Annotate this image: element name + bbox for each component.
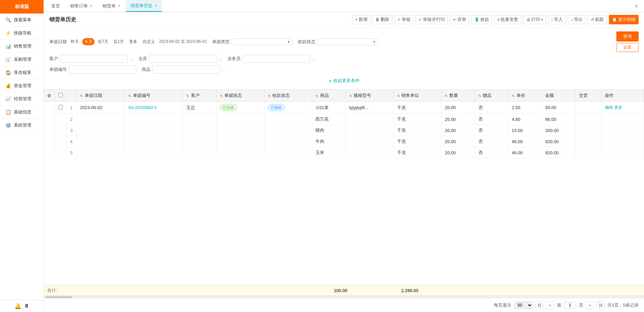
delete-button[interactable]: 🗑 删除: [372, 15, 392, 24]
next-page-button[interactable]: ›: [586, 301, 594, 309]
doc-status-cell: [216, 147, 264, 158]
doc-number-cell[interactable]: [125, 114, 183, 125]
tab-sales-delivery[interactable]: 销货单 ✕: [98, 0, 125, 12]
new-button[interactable]: + 新增: [352, 15, 370, 24]
pause-icon[interactable]: ⏸: [24, 303, 29, 309]
batch-change-button[interactable]: ≡ 批量变更: [494, 15, 521, 24]
customer-column-header[interactable]: ⇅ 客户: [183, 90, 216, 102]
action-column-header: 操作: [601, 90, 644, 102]
close-all-tabs-button[interactable]: ✕: [632, 3, 641, 9]
scroll-thumb[interactable]: [45, 296, 72, 298]
date-btn-custom[interactable]: 自定义: [141, 38, 157, 45]
sidebar-item-sys-mgmt[interactable]: ⚙️ 系统管理: [0, 119, 44, 132]
sidebar-item-operations[interactable]: 📈 经营管理: [0, 93, 44, 106]
goods-cell: 西兰花: [312, 114, 345, 125]
sidebar-item-search-menu[interactable]: 🔍 搜索菜单: [0, 14, 44, 27]
customer-ellipsis[interactable]: ...: [130, 56, 133, 61]
salesperson-ellipsis[interactable]: ...: [312, 56, 315, 61]
collapse-button[interactable]: ∧ 收起更多条件: [49, 76, 639, 85]
filter-row-1: 单据日期 昨天 今天 近7天 近1月 更多 自定义 2023-06-02 至 2…: [49, 31, 639, 52]
sidebar-item-inventory[interactable]: 🏠 库存核算: [0, 66, 44, 79]
tab-sales-history-close[interactable]: ✕: [155, 4, 157, 7]
date-btn-7days[interactable]: 近7天: [96, 38, 110, 45]
goods-input[interactable]: [152, 66, 220, 74]
abandon-button[interactable]: ↩ 弃审: [450, 15, 469, 24]
tab-home[interactable]: 首页: [47, 0, 65, 12]
checkbox-cell[interactable]: [55, 125, 66, 136]
page-number-input[interactable]: [564, 302, 576, 309]
sidebar-item-quick-nav[interactable]: ⚡ 快捷导航: [0, 27, 44, 40]
show-details-button[interactable]: 📋 显示明细: [609, 15, 639, 24]
tab-sales-order-close[interactable]: ✕: [90, 4, 92, 8]
sidebar-item-sales-mgmt[interactable]: 📊 销售管理: [0, 40, 44, 53]
print-button[interactable]: 🖨 打印 ▾: [523, 15, 546, 24]
gift-column-header[interactable]: ⇅ 赠品: [475, 90, 508, 102]
collect-button[interactable]: 💲 收款: [471, 15, 492, 24]
payment-status-select[interactable]: ▾: [317, 38, 378, 45]
filter-area: 单据日期 昨天 今天 近7天 近1月 更多 自定义 2023-06-02 至 2…: [44, 27, 644, 89]
doc-number-input[interactable]: [69, 66, 136, 74]
row-checkbox[interactable]: [58, 105, 63, 109]
notification-icon[interactable]: 🔔: [15, 303, 21, 309]
checkbox-cell[interactable]: [55, 147, 66, 158]
tab-sales-order[interactable]: 销售订单 ✕: [65, 0, 97, 12]
customer-input[interactable]: [60, 55, 128, 63]
quantity-cell: 20.00: [441, 136, 475, 147]
doc-number-cell[interactable]: [125, 147, 183, 158]
date-btn-more[interactable]: 更多: [127, 38, 139, 45]
sales-unit-column-header[interactable]: ⇅ 销售单位: [393, 90, 441, 102]
refresh-button[interactable]: ↺ 刷新: [588, 15, 607, 24]
filter-salesperson-item: 业务员 ...: [227, 55, 315, 63]
settings-gear-icon[interactable]: ⚙: [47, 93, 51, 98]
sidebar-item-finance[interactable]: 💰 资金管理: [0, 79, 44, 93]
tab-sales-delivery-close[interactable]: ✕: [118, 4, 120, 8]
refresh-label: 刷新: [595, 17, 604, 23]
doc-number-column-header[interactable]: ⇅ 单据编号: [125, 90, 183, 102]
goods-ellipsis[interactable]: ...: [222, 67, 225, 72]
row-num-cell: 1: [66, 102, 77, 114]
date-btn-1month[interactable]: 近1月: [112, 38, 126, 45]
spec-column-header[interactable]: ⇅ 规格型号: [345, 90, 393, 102]
prev-page-button[interactable]: ‹: [546, 301, 554, 309]
last-page-button[interactable]: ⟩⟩: [597, 301, 605, 309]
transaction-cell: [575, 125, 601, 136]
doc-number-cell[interactable]: [125, 125, 183, 136]
doc-status-column-header[interactable]: ⇅ 单据状态: [216, 90, 264, 102]
date-btn-today[interactable]: 今天: [82, 38, 94, 45]
doc-number-cell[interactable]: [125, 136, 183, 147]
per-page-select[interactable]: 50 100: [514, 302, 533, 309]
import-button[interactable]: ↑ 导入: [548, 15, 566, 24]
set-button[interactable]: 设置: [616, 43, 639, 52]
settings-column-header[interactable]: ⚙: [44, 90, 55, 102]
row-num-cell: 2: [66, 114, 77, 125]
goods-column-header[interactable]: ⇅ 商品: [312, 90, 345, 102]
sort-icon: ⇅: [80, 94, 83, 98]
doc-date-column-header[interactable]: ⇅ 单据日期: [77, 90, 125, 102]
review-button[interactable]: ✓ 审核: [394, 15, 414, 24]
checkbox-cell[interactable]: [55, 114, 66, 125]
unit-price-column-header[interactable]: ⇅ 单价: [508, 90, 542, 102]
doc-number-cell[interactable]: SA-20230602-0: [125, 102, 183, 114]
checkbox-cell[interactable]: [55, 136, 66, 147]
warehouse-input[interactable]: [149, 55, 217, 63]
sidebar-item-purchase-mgmt[interactable]: 🛒 采购管理: [0, 53, 44, 66]
export-button[interactable]: ↓ 导出: [568, 15, 586, 24]
date-btn-yesterday[interactable]: 昨天: [69, 38, 81, 45]
select-all-checkbox[interactable]: [58, 93, 63, 97]
sidebar-item-basic-info[interactable]: 📋 基础信息: [0, 106, 44, 119]
warehouse-ellipsis[interactable]: ...: [219, 56, 222, 61]
quick-nav-icon: ⚡: [5, 30, 11, 36]
first-page-button[interactable]: ⟨⟨: [535, 301, 543, 309]
checkbox-cell[interactable]: [55, 102, 66, 114]
horizontal-scrollbar[interactable]: [44, 295, 644, 298]
tab-sales-history[interactable]: 销货单历史 ✕: [126, 0, 162, 12]
quantity-column-header[interactable]: ⇅ 数量: [441, 90, 475, 102]
action-link[interactable]: 更多: [614, 105, 622, 110]
payment-status-column-header[interactable]: ⇅ 收款状态: [264, 90, 312, 102]
review-print-button[interactable]: ✓ 审核并打印: [416, 15, 448, 24]
goods-cell: 小白菜: [312, 102, 345, 114]
salesperson-input[interactable]: [243, 55, 310, 63]
query-button[interactable]: 查询: [616, 31, 639, 42]
doc-type-select[interactable]: ▾: [232, 38, 292, 45]
action-link[interactable]: 编辑: [605, 105, 613, 110]
